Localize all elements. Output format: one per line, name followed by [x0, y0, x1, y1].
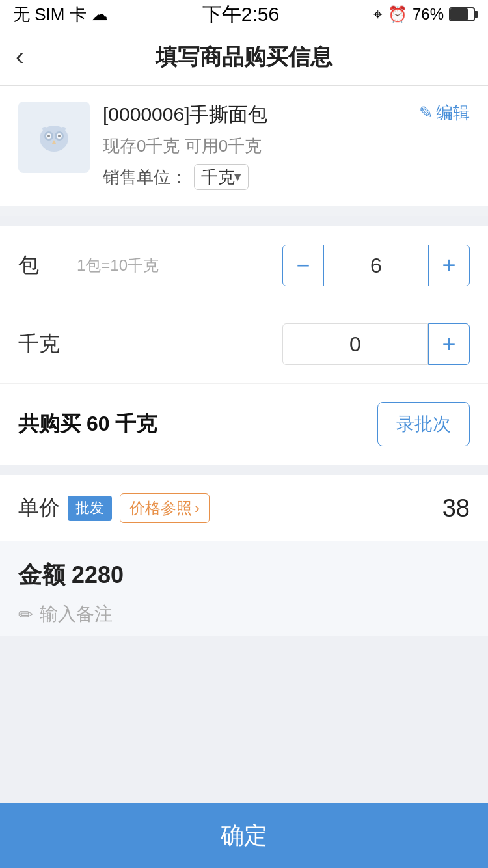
- total-text: 共购买 60 千克: [18, 410, 157, 439]
- divider-2: [0, 465, 488, 475]
- remark-row[interactable]: ✏ 输入备注: [18, 602, 470, 627]
- amount-label: 金额: [18, 562, 65, 588]
- package-stepper: − +: [282, 245, 470, 286]
- kilogram-input[interactable]: [282, 323, 428, 365]
- batch-button[interactable]: 录批次: [377, 402, 470, 446]
- unit-select-wrap[interactable]: 千克: [194, 164, 249, 190]
- price-left: 单价 批发 价格参照 ›: [18, 493, 210, 523]
- edit-button[interactable]: ✎ 编辑: [419, 102, 470, 124]
- price-value: 38: [442, 495, 470, 522]
- total-prefix: 共购买: [18, 412, 81, 435]
- amount-value: 2280: [72, 562, 124, 588]
- status-left: 无 SIM 卡 ☁: [13, 3, 108, 26]
- alarm-icon: ⏰: [388, 5, 407, 23]
- total-unit: 千克: [115, 412, 157, 435]
- total-amount: 60: [87, 412, 110, 435]
- svg-point-5: [47, 135, 50, 137]
- product-unit-row: 销售单位： 千克: [103, 164, 470, 190]
- package-label: 包: [18, 251, 70, 280]
- spacer: [0, 636, 488, 803]
- divider-1: [0, 216, 488, 226]
- price-label: 单价: [18, 494, 60, 522]
- kilogram-stepper: +: [282, 323, 470, 365]
- price-ref-button[interactable]: 价格参照 ›: [120, 493, 210, 523]
- svg-rect-9: [61, 127, 66, 131]
- amount-section: 金额 2280 ✏ 输入备注: [0, 541, 488, 636]
- kilogram-label: 千克: [18, 330, 70, 359]
- status-time: 下午2:56: [202, 1, 279, 28]
- package-hint: 1包=10千克: [77, 255, 282, 276]
- status-right: ⌖ ⏰ 76%: [373, 5, 475, 23]
- package-plus-button[interactable]: +: [428, 245, 470, 286]
- price-type-badge: 批发: [68, 496, 112, 521]
- product-info: [0000006]手撕面包 现存0千克 可用0千克 销售单位： 千克: [103, 102, 470, 190]
- kilogram-plus-button[interactable]: +: [428, 323, 470, 365]
- battery-icon: [449, 7, 475, 21]
- status-bar: 无 SIM 卡 ☁ 下午2:56 ⌖ ⏰ 76%: [0, 0, 488, 29]
- edit-label: 编辑: [436, 102, 470, 124]
- package-input[interactable]: [324, 245, 428, 286]
- nav-bar: ‹ 填写商品购买信息: [0, 29, 488, 86]
- total-section: 共购买 60 千克 录批次: [0, 383, 488, 465]
- price-section: 单价 批发 价格参照 › 38: [0, 475, 488, 541]
- product-section: [0000006]手撕面包 现存0千克 可用0千克 销售单位： 千克 ✎ 编辑: [0, 86, 488, 206]
- edit-icon: ✎: [419, 103, 433, 123]
- product-image: [18, 102, 90, 173]
- product-stock: 现存0千克 可用0千克: [103, 135, 470, 157]
- price-ref-label: 价格参照: [129, 498, 192, 519]
- battery-label: 76%: [413, 5, 444, 23]
- package-row: 包 1包=10千克 − +: [0, 226, 488, 305]
- remark-icon: ✏: [18, 604, 33, 625]
- page-title: 填写商品购买信息: [156, 42, 332, 72]
- sim-label: 无 SIM 卡 ☁: [13, 3, 108, 26]
- confirm-button[interactable]: 确定: [0, 803, 488, 868]
- remark-placeholder: 输入备注: [40, 602, 113, 627]
- price-ref-icon: ›: [195, 499, 200, 517]
- amount-row: 金额 2280: [18, 560, 470, 591]
- product-logo-icon: [34, 118, 74, 157]
- kilogram-row: 千克 +: [0, 305, 488, 383]
- back-button[interactable]: ‹: [16, 43, 24, 71]
- location-icon: ⌖: [373, 5, 383, 23]
- unit-select[interactable]: 千克: [194, 164, 249, 190]
- input-section: 包 1包=10千克 − + 千克 +: [0, 226, 488, 383]
- unit-label: 销售单位：: [103, 166, 187, 189]
- product-name: [0000006]手撕面包: [103, 102, 470, 128]
- svg-rect-8: [42, 127, 47, 131]
- package-minus-button[interactable]: −: [282, 245, 324, 286]
- svg-point-6: [58, 135, 61, 137]
